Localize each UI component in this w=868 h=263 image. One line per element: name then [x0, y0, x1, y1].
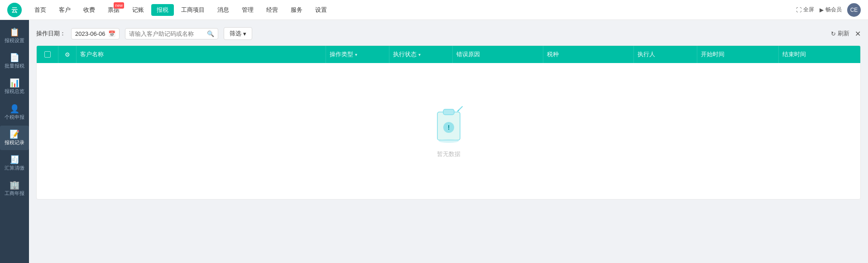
- empty-text: 暂无数据: [437, 150, 460, 158]
- col-end-time-label: 结束时间: [782, 50, 806, 58]
- toolbar-right: ↻ 刷新 ✕: [831, 29, 861, 38]
- sidebar-label-baoshuizonglan: 报税总览: [5, 88, 24, 94]
- piliangbaoshui-icon: 📄: [10, 54, 19, 62]
- nav-item-票据[interactable]: 票据new: [102, 4, 125, 16]
- col-customer-name: 客户名称: [77, 46, 326, 63]
- nav-item-工商项目[interactable]: 工商项目: [176, 4, 210, 16]
- sidebar-item-geshuishenbao[interactable]: 👤个税申报: [0, 100, 29, 125]
- col-customer-name-label: 客户名称: [80, 50, 104, 58]
- gear-icon: ⚙: [65, 51, 70, 58]
- nav-item-客户[interactable]: 客户: [53, 4, 76, 16]
- sidebar: 📋报税设置📄批量报税📊报税总览👤个税申报📝报税记录🧾汇算清缴🏢工商年报: [0, 20, 29, 263]
- fullscreen-button[interactable]: ⛶ 全屏: [796, 6, 814, 14]
- col-error-reason: 错误原因: [453, 46, 543, 63]
- baoshuizonglan-icon: 📊: [10, 79, 19, 87]
- search-box: 🔍: [125, 28, 218, 39]
- nav-item-设置[interactable]: 设置: [310, 4, 332, 16]
- search-icon: 🔍: [207, 30, 214, 37]
- data-table: ⚙ 客户名称 操作类型 ▾ 执行状态 ▾ 错误原因 税种: [36, 45, 861, 200]
- sidebar-label-huisuanqingxi: 汇算清缴: [5, 165, 24, 171]
- sidebar-label-piliangbaoshui: 批量报税: [5, 63, 24, 69]
- nav-item-消息[interactable]: 消息: [212, 4, 235, 16]
- refresh-label: 刷新: [838, 29, 849, 38]
- nav-menu: 首页客户收费票据new记账报税工商项目消息管理经营服务设置: [29, 4, 796, 16]
- col-error-reason-label: 错误原因: [456, 50, 480, 58]
- badge-new: new: [114, 2, 124, 9]
- sidebar-item-baoshuishezhi[interactable]: 📋报税设置: [0, 24, 29, 48]
- sidebar-item-gongshangnianbao[interactable]: 🏢工商年报: [0, 176, 29, 201]
- nav-item-经营[interactable]: 经营: [261, 4, 283, 16]
- svg-line-7: [458, 110, 459, 111]
- refresh-icon: ↻: [831, 30, 836, 37]
- avatar-initials: CE: [850, 7, 858, 13]
- col-operation-type-label: 操作类型: [330, 50, 353, 58]
- sidebar-label-gongshangnianbao: 工商年报: [5, 190, 24, 196]
- nav-item-收费[interactable]: 收费: [78, 4, 101, 16]
- col-executor: 执行人: [634, 46, 697, 63]
- col-execute-status[interactable]: 执行状态 ▾: [389, 46, 453, 63]
- baoshuishezhi-icon: 📋: [10, 28, 19, 36]
- sidebar-label-baoshuijilu: 报税记录: [5, 140, 24, 146]
- close-button[interactable]: ✕: [855, 29, 861, 38]
- avatar[interactable]: CE: [847, 3, 861, 17]
- col-tax-type: 税种: [543, 46, 634, 63]
- col-start-time-label: 开始时间: [701, 50, 724, 58]
- toolbar: 操作日期： 2023-06-06 📅 🔍 筛选 ▾ ↻ 刷新 ✕: [36, 27, 861, 40]
- fullscreen-icon: ⛶: [796, 7, 801, 13]
- col-operation-type[interactable]: 操作类型 ▾: [326, 46, 389, 63]
- nav-item-管理[interactable]: 管理: [236, 4, 259, 16]
- sidebar-item-baoshuijilu[interactable]: 📝报税记录: [0, 126, 29, 150]
- col-start-time: 开始时间: [697, 46, 779, 63]
- huisuanqingxi-icon: 🧾: [10, 156, 19, 164]
- empty-illustration: !: [431, 104, 467, 145]
- sidebar-label-geshuishenbao: 个税申报: [5, 114, 24, 120]
- sidebar-item-baoshuizonglan[interactable]: 📊报税总览: [0, 74, 29, 99]
- baoshuijilu-icon: 📝: [10, 130, 19, 138]
- app-logo[interactable]: 云: [7, 3, 22, 17]
- filter-icon-operation: ▾: [355, 52, 357, 57]
- settings-column[interactable]: ⚙: [58, 46, 77, 63]
- nav-item-首页[interactable]: 首页: [29, 4, 52, 16]
- date-picker[interactable]: 2023-06-06 📅: [71, 28, 120, 39]
- top-nav: 云 首页客户收费票据new记账报税工商项目消息管理经营服务设置 ⛶ 全屏 ▶ 畅…: [0, 0, 868, 20]
- filter-button[interactable]: 筛选 ▾: [224, 27, 252, 40]
- filter-icon-status: ▾: [418, 52, 421, 57]
- empty-state: ! 暂无数据: [37, 63, 860, 199]
- sidebar-item-huisuanqingxi[interactable]: 🧾汇算清缴: [0, 151, 29, 175]
- col-executor-label: 执行人: [638, 50, 655, 58]
- date-label: 操作日期：: [36, 29, 66, 38]
- col-end-time: 结束时间: [779, 46, 860, 63]
- geshuishenbao-icon: 👤: [10, 105, 19, 113]
- calendar-icon: 📅: [108, 30, 115, 37]
- date-value: 2023-06-06: [75, 30, 106, 37]
- gongshangnianbao-icon: 🏢: [10, 181, 19, 189]
- nav-item-记账[interactable]: 记账: [127, 4, 149, 16]
- main-layout: 📋报税设置📄批量报税📊报税总览👤个税申报📝报税记录🧾汇算清缴🏢工商年报 操作日期…: [0, 20, 868, 263]
- filter-label: 筛选: [230, 29, 241, 38]
- svg-text:云: 云: [11, 6, 18, 14]
- sidebar-label-baoshuishezhi: 报税设置: [5, 38, 24, 44]
- select-all-checkbox[interactable]: [37, 46, 58, 63]
- col-execute-status-label: 执行状态: [393, 50, 417, 58]
- table-body: ! 暂无数据: [37, 63, 860, 199]
- sidebar-item-piliangbaoshui[interactable]: 📄批量报税: [0, 49, 29, 73]
- video-icon: ▶: [820, 7, 824, 13]
- col-tax-type-label: 税种: [547, 50, 559, 58]
- chevron-down-icon: ▾: [243, 30, 246, 37]
- top-nav-right: ⛶ 全屏 ▶ 畅会员 CE: [796, 3, 861, 17]
- svg-rect-3: [443, 109, 454, 115]
- member-button[interactable]: ▶ 畅会员: [820, 6, 842, 14]
- nav-item-服务[interactable]: 服务: [285, 4, 308, 16]
- fullscreen-label: 全屏: [803, 6, 814, 14]
- svg-point-8: [439, 139, 459, 143]
- member-label: 畅会员: [825, 6, 842, 14]
- svg-line-6: [459, 107, 462, 110]
- search-input[interactable]: [129, 30, 205, 37]
- table-header: ⚙ 客户名称 操作类型 ▾ 执行状态 ▾ 错误原因 税种: [37, 46, 860, 63]
- refresh-button[interactable]: ↻ 刷新: [831, 29, 849, 38]
- nav-item-报税[interactable]: 报税: [151, 4, 174, 16]
- checkbox: [44, 51, 51, 58]
- content-area: 操作日期： 2023-06-06 📅 🔍 筛选 ▾ ↻ 刷新 ✕: [29, 20, 868, 263]
- svg-text:!: !: [447, 124, 450, 131]
